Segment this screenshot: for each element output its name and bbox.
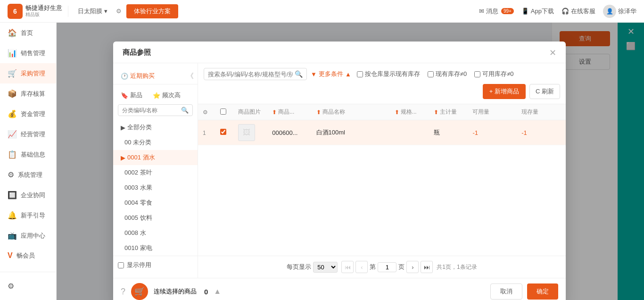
modal-header: 商品参照 ✕ <box>113 42 566 63</box>
sidebar-item-sales[interactable]: 📊 销售管理 <box>0 43 56 63</box>
row-checkbox-cell[interactable] <box>215 120 233 145</box>
th-name[interactable]: ⬆ 商品名称 <box>312 104 390 120</box>
th-code[interactable]: ⬆ 商品... <box>267 104 311 120</box>
tab-new-product[interactable]: 🔖 新品 <box>117 89 146 101</box>
next-page-button[interactable]: › <box>406 261 419 273</box>
sidebar-item-home[interactable]: 🏠 首页 <box>0 23 56 43</box>
sidebar-item-guide[interactable]: 🔔 新手引导 <box>0 205 56 225</box>
cat-item-appliance[interactable]: 0010 家电 <box>113 241 198 256</box>
modal-body: 🕐 近期购买 《 🔖 新品 ⭐ 频次 <box>113 63 566 278</box>
cat-item-all[interactable]: ▶ 全部分类 <box>113 120 198 135</box>
first-page-button[interactable]: ⏮ <box>341 261 354 273</box>
tab-frequent[interactable]: ⭐ 频次高 <box>149 89 184 101</box>
sidebar-item-enterprise[interactable]: 🔲 企业协同 <box>0 185 56 205</box>
cat-item-appliance-label: 0010 家电 <box>124 244 152 252</box>
new-product-button[interactable]: + 新增商品 <box>483 84 526 99</box>
per-page-select[interactable]: 10 20 50 100 <box>313 262 338 273</box>
chevron-down-icon: ▾ <box>104 8 107 15</box>
row-name-cell: 白酒100ml <box>312 120 390 145</box>
th-spec-label: 规格... <box>401 108 417 116</box>
settings-icon: ⚙ <box>8 282 14 291</box>
cat-item-liquor-label: 0001 酒水 <box>127 153 155 162</box>
refresh-button[interactable]: C 刷新 <box>529 84 560 99</box>
cancel-button[interactable]: 取消 <box>490 283 522 300</box>
th-checkbox[interactable] <box>215 104 233 120</box>
cat-item-snack[interactable]: 0004 零食 <box>113 195 198 210</box>
existing-stock-checkbox[interactable] <box>428 71 434 77</box>
sidebar-item-finance[interactable]: 💰 资金管理 <box>0 104 56 124</box>
th-settings[interactable]: ⚙ <box>198 104 215 120</box>
by-warehouse-check[interactable]: 按仓库显示现有库存 <box>357 70 420 78</box>
more-filter-button[interactable]: ▼ 更多条件 ▲ <box>311 70 351 78</box>
main-layout: 🏠 首页 📊 销售管理 🛒 采购管理 📦 库存核算 💰 资金管理 📈 经营管理 … <box>0 23 644 300</box>
cat-item-water-label: 0008 水 <box>124 229 146 237</box>
sidebar-item-basic-info[interactable]: 📋 基础信息 <box>0 144 56 165</box>
sort-icon-spec: ⬆ <box>395 109 399 116</box>
sidebar-item-purchase[interactable]: 🛒 采购管理 <box>0 63 56 83</box>
products-toolbar: 🔍 ▼ 更多条件 ▲ 按仓库显示现有库存 <box>198 63 566 104</box>
last-page-button[interactable]: ⏭ <box>421 261 433 273</box>
sidebar-item-apps[interactable]: 📺 应用中心 <box>0 225 56 246</box>
sidebar-label-system: 系统管理 <box>18 171 42 179</box>
gear-icon: ⚙ <box>116 8 122 15</box>
search-icon[interactable]: 🔍 <box>181 107 189 114</box>
sidebar-item-settings[interactable]: ⚙ <box>0 276 56 296</box>
sort-icon-name: ⬆ <box>316 109 321 116</box>
product-search-input[interactable] <box>208 71 293 78</box>
cart-icon: 🛒 <box>134 286 145 297</box>
cat-item-liquor[interactable]: ▶ 0001 酒水 <box>113 150 198 165</box>
show-disabled-checkbox[interactable] <box>118 262 124 268</box>
th-unit[interactable]: ⬆ 主计量 <box>429 104 468 120</box>
confirm-button[interactable]: 确定 <box>527 283 558 300</box>
cat-item-water[interactable]: 0008 水 <box>113 225 198 241</box>
cart-button[interactable]: 🛒 <box>131 283 148 300</box>
cat-item-fruit[interactable]: 0003 水果 <box>113 180 198 195</box>
sidebar-item-system[interactable]: ⚙ 系统管理 <box>0 165 56 185</box>
message-button[interactable]: ✉ 消息 99+ <box>479 7 514 16</box>
available-stock-check[interactable]: 可用库存≠0 <box>474 70 513 78</box>
cat-item-uncategorized[interactable]: 00 未分类 <box>113 135 198 150</box>
sidebar-item-inventory[interactable]: 📦 库存核算 <box>0 83 56 104</box>
home-icon: 🏠 <box>8 28 17 37</box>
logo-icon: 6 <box>8 4 23 19</box>
existing-stock-check[interactable]: 现有库存≠0 <box>428 70 467 78</box>
app-download-button[interactable]: 📱 App下载 <box>521 7 554 16</box>
table-row[interactable]: 1 🖼 <box>198 120 566 145</box>
mobile-icon: 📱 <box>521 8 529 15</box>
select-all-checkbox[interactable] <box>220 108 226 115</box>
user-profile[interactable]: 👤 徐泽华 <box>603 5 636 18</box>
store-dropdown[interactable]: 日太阳膜 ▾ <box>74 5 111 17</box>
show-disabled-label[interactable]: 显示停用 <box>118 261 193 269</box>
sidebar-label-purchase: 采购管理 <box>21 69 45 78</box>
cat-item-drink[interactable]: 0005 饮料 <box>113 210 198 225</box>
category-search-input[interactable] <box>122 107 179 114</box>
experience-button[interactable]: 体验行业方案 <box>126 4 178 18</box>
th-spec[interactable]: ⬆ 规格... <box>390 104 429 120</box>
help-icon[interactable]: ? <box>121 287 125 297</box>
collapse-footer-button[interactable]: ▲ <box>214 287 221 296</box>
tab-recent-purchase[interactable]: 🕐 近期购买 <box>117 70 158 82</box>
page-number-input[interactable] <box>378 262 396 272</box>
modal-close-button[interactable]: ✕ <box>549 49 556 57</box>
cat-item-all-label: 全部分类 <box>127 123 152 132</box>
available-stock-checkbox[interactable] <box>474 71 480 77</box>
user-name: 徐泽华 <box>618 7 636 16</box>
row-checkbox[interactable] <box>220 129 226 135</box>
sidebar-item-operations[interactable]: 📈 经营管理 <box>0 124 56 144</box>
filter-icon: ▼ <box>311 71 317 78</box>
member-icon: V <box>8 251 13 260</box>
cat-item-tea[interactable]: 0002 茶叶 <box>113 165 198 180</box>
basic-info-icon: 📋 <box>8 150 17 159</box>
prev-page-button[interactable]: ‹ <box>355 261 368 273</box>
products-panel: 🔍 ▼ 更多条件 ▲ 按仓库显示现有库存 <box>198 63 566 278</box>
service-button[interactable]: 🎧 在线客服 <box>561 7 595 16</box>
collapse-category-button[interactable]: 《 <box>187 72 194 81</box>
by-warehouse-checkbox[interactable] <box>357 71 363 77</box>
page-size-selector: 每页显示 10 20 50 100 <box>287 262 338 273</box>
cat-item-tea-label: 0002 茶叶 <box>124 168 152 177</box>
cat-item-uncategorized-label: 00 未分类 <box>124 138 151 147</box>
gear-button[interactable]: ⚙ <box>111 4 126 19</box>
sidebar-item-member[interactable]: V 畅会员 <box>0 246 56 266</box>
search-icon[interactable]: 🔍 <box>295 70 303 78</box>
arrow-icon: ▶ <box>121 124 125 131</box>
